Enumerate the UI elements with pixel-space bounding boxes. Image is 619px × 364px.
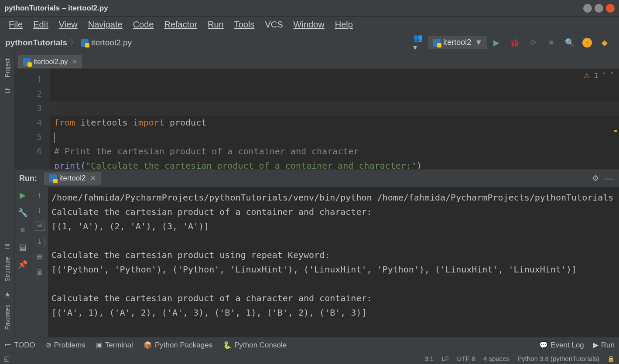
close-tab-icon[interactable]: ✕ bbox=[72, 58, 77, 65]
rerun-button[interactable]: ▶ bbox=[20, 191, 26, 200]
hide-tool-window-icon[interactable]: — bbox=[604, 173, 613, 184]
line-number: 5 bbox=[15, 130, 42, 144]
editor-tab-label: itertool2.py bbox=[34, 58, 68, 66]
menu-help[interactable]: Help bbox=[330, 18, 358, 31]
star-icon[interactable]: ★ bbox=[3, 290, 12, 299]
search-everywhere-icon[interactable]: 🔍 bbox=[564, 37, 575, 48]
code-comment: # Print the cartesian product of a conta… bbox=[54, 146, 359, 156]
down-stack-icon[interactable]: ↓ bbox=[38, 206, 41, 215]
breadcrumb: pythonTutorials 〉 itertool2.py bbox=[5, 37, 132, 48]
console-output[interactable]: /home/fahmida/PycharmProjects/pythonTuto… bbox=[48, 187, 619, 337]
file-encoding[interactable]: UTF-8 bbox=[457, 355, 476, 362]
close-run-tab-icon[interactable]: ✕ bbox=[90, 174, 96, 183]
line-number: 3 bbox=[15, 101, 42, 116]
python-icon: 🐍 bbox=[223, 341, 232, 349]
structure-tool-button[interactable]: Structure bbox=[4, 257, 11, 282]
breadcrumb-project[interactable]: pythonTutorials bbox=[5, 38, 67, 48]
folder-icon[interactable]: 🗀 bbox=[3, 86, 12, 95]
menu-navigate[interactable]: Navigate bbox=[83, 18, 128, 31]
prev-highlight-icon[interactable]: ˄ bbox=[602, 71, 606, 80]
warning-circle-icon: ⊘ bbox=[46, 341, 51, 349]
run-coverage-button[interactable]: ⟳ bbox=[527, 37, 539, 48]
terminal-tool-button[interactable]: ▣Terminal bbox=[96, 341, 133, 350]
run-label: Run: bbox=[19, 174, 37, 183]
todo-tool-button[interactable]: ≔TODO bbox=[4, 341, 35, 350]
tool-windows-quick-access-icon[interactable]: ◱ bbox=[3, 355, 10, 363]
soft-wrap-icon[interactable]: ⏎ bbox=[35, 221, 44, 231]
code-builtin: print bbox=[54, 160, 80, 169]
run-button[interactable]: ▶ bbox=[491, 37, 502, 48]
structure-icon[interactable]: ≣ bbox=[3, 242, 12, 251]
python-console-tool-button[interactable]: 🐍Python Console bbox=[223, 341, 287, 350]
favorites-tool-button[interactable]: Favorites bbox=[4, 305, 11, 330]
stop-button[interactable]: ■ bbox=[546, 37, 557, 48]
menu-refactor[interactable]: Refactor bbox=[159, 18, 202, 31]
run-tab[interactable]: itertool2 ✕ bbox=[44, 172, 101, 185]
gear-icon[interactable]: ⚙ bbox=[592, 173, 599, 183]
window-maximize-button[interactable] bbox=[595, 4, 603, 13]
run-config-name: itertool2 bbox=[443, 38, 471, 47]
wrench-icon[interactable]: 🔧 bbox=[18, 208, 27, 218]
code-string: "Calculate the cartesian product of a co… bbox=[85, 160, 417, 169]
run-tool-button[interactable]: ▶Run bbox=[593, 340, 615, 350]
python-packages-tool-button[interactable]: 📦Python Packages bbox=[144, 341, 212, 350]
run-configuration-selector[interactable]: itertool2 ▼ bbox=[428, 36, 487, 49]
run-tab-label: itertool2 bbox=[59, 174, 85, 183]
menu-window[interactable]: Window bbox=[288, 18, 330, 31]
left-tool-rail: Project 🗀 ≣ Structure ★ Favorites bbox=[0, 52, 15, 337]
indent-settings[interactable]: 4 spaces bbox=[483, 355, 510, 362]
menu-tools[interactable]: Tools bbox=[229, 18, 260, 31]
code-with-me-icon[interactable]: 👥▾ bbox=[413, 37, 424, 48]
breadcrumb-file[interactable]: itertool2.py bbox=[91, 38, 132, 48]
problems-tool-button[interactable]: ⊘Problems bbox=[46, 341, 85, 350]
inspection-widget[interactable]: ⚠ 1 ˄ ˅ bbox=[584, 71, 614, 80]
code-area[interactable]: # Import product from itertools from ite… bbox=[50, 69, 619, 169]
window-minimize-button[interactable] bbox=[583, 4, 592, 13]
stop-icon[interactable]: ■ bbox=[21, 225, 25, 235]
speech-bubble-icon: 💬 bbox=[539, 341, 548, 349]
menu-vcs[interactable]: VCS bbox=[260, 18, 288, 31]
line-number: 4 bbox=[15, 116, 42, 130]
layout-icon[interactable]: ▤ bbox=[19, 242, 27, 252]
breadcrumb-separator-icon: 〉 bbox=[70, 37, 78, 48]
debug-button[interactable]: 🐞 bbox=[509, 37, 520, 48]
print-icon[interactable]: 🖶 bbox=[36, 252, 44, 262]
python-file-icon bbox=[81, 39, 89, 47]
update-available-icon[interactable]: ↑ bbox=[582, 38, 592, 48]
pin-icon[interactable]: 📌 bbox=[18, 260, 27, 269]
error-stripe-mark[interactable] bbox=[614, 130, 617, 132]
clear-icon[interactable]: 🗑 bbox=[36, 268, 44, 277]
scroll-to-end-icon[interactable]: ⤓ bbox=[35, 237, 44, 246]
titlebar: pythonTutorials – itertool2.py bbox=[0, 0, 619, 17]
code-identifier: product bbox=[170, 117, 206, 128]
window-close-button[interactable] bbox=[606, 4, 615, 13]
menu-run[interactable]: Run bbox=[202, 18, 229, 31]
caret-position[interactable]: 3:1 bbox=[424, 355, 434, 362]
menubar: File Edit View Navigate Code Refactor Ru… bbox=[0, 17, 619, 33]
code-keyword: from bbox=[54, 117, 80, 128]
menu-file[interactable]: File bbox=[3, 18, 28, 31]
event-log-tool-button[interactable]: 💬Event Log bbox=[539, 341, 584, 350]
play-icon: ▶ bbox=[593, 340, 598, 350]
text-cursor bbox=[54, 133, 55, 143]
warning-icon: ⚠ bbox=[584, 71, 590, 80]
error-stripe[interactable] bbox=[613, 69, 618, 169]
code-punct: ) bbox=[417, 160, 422, 169]
menu-view[interactable]: View bbox=[54, 18, 83, 31]
run-tool-window: Run: itertool2 ✕ ⚙ — ▶ 🔧 ■ ▤ 📌 bbox=[15, 169, 619, 337]
run-toolbar-secondary: ↑ ↓ ⏎ ⤓ 🖶 🗑 bbox=[31, 187, 48, 337]
python-interpreter[interactable]: Python 3.8 (pythonTutorials) bbox=[517, 355, 599, 362]
editor-tab-itertool2[interactable]: itertool2.py ✕ bbox=[18, 55, 82, 68]
menu-edit[interactable]: Edit bbox=[28, 18, 53, 31]
project-tool-button[interactable]: Project bbox=[4, 58, 11, 78]
line-separator[interactable]: LF bbox=[441, 355, 449, 362]
lock-icon[interactable]: 🔒 bbox=[607, 355, 615, 362]
ide-features-icon[interactable]: ◆ bbox=[599, 37, 610, 48]
up-stack-icon[interactable]: ↑ bbox=[38, 191, 41, 200]
menu-code[interactable]: Code bbox=[128, 18, 159, 31]
editor[interactable]: 1 2 3 4 5 6 # Import product from iterto… bbox=[15, 69, 619, 169]
warning-count: 1 bbox=[594, 72, 598, 80]
code-punct: ( bbox=[80, 160, 85, 169]
line-number: 2 bbox=[15, 87, 42, 101]
python-icon bbox=[433, 39, 441, 47]
